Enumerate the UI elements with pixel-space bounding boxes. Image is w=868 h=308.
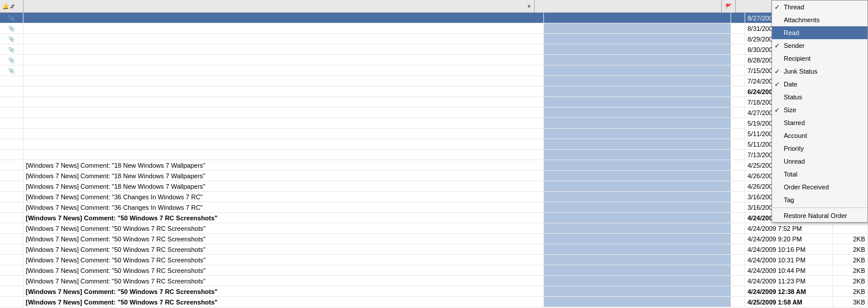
cell-subject bbox=[23, 118, 544, 128]
cell-flag bbox=[731, 286, 745, 296]
menu-item-tag[interactable]: Tag bbox=[772, 193, 867, 206]
menu-item-label: Attachments bbox=[784, 16, 819, 23]
cell-flag bbox=[731, 171, 745, 181]
table-row[interactable]: [Windows 7 News] Comment: "50 Windows 7 … bbox=[0, 265, 868, 276]
table-row[interactable]: 7/24/2009 10:29 AM bbox=[0, 76, 868, 86]
cell-sender bbox=[544, 265, 731, 275]
table-row[interactable]: 7/18/2009 6:48 PM bbox=[0, 97, 868, 108]
cell-flag bbox=[731, 276, 745, 286]
menu-item-label: Status bbox=[784, 94, 802, 101]
cell-icons bbox=[0, 202, 23, 212]
cell-subject bbox=[23, 150, 544, 160]
cell-icons bbox=[0, 129, 23, 139]
table-row[interactable]: [Windows 7 News] Comment: "36 Changes In… bbox=[0, 202, 868, 213]
menu-item-priority[interactable]: Priority bbox=[772, 142, 867, 155]
cell-size: 2KB bbox=[833, 265, 868, 275]
table-row[interactable]: [Windows 7 News] Comment: "50 Windows 7 … bbox=[0, 213, 868, 223]
menu-item-label: Total bbox=[784, 171, 797, 178]
menu-item-sender[interactable]: ✓ Sender bbox=[772, 39, 867, 52]
table-row[interactable]: 6/24/2009 1:48 AM bbox=[0, 86, 868, 97]
table-row[interactable]: 📎 8/28/2009 8:05 AM bbox=[0, 55, 868, 65]
cell-sender bbox=[544, 118, 731, 128]
table-row[interactable]: [Windows 7 News] Comment: "50 Windows 7 … bbox=[0, 223, 868, 234]
table-row[interactable]: [Windows 7 News] Comment: "50 Windows 7 … bbox=[0, 234, 868, 244]
cell-sender bbox=[544, 244, 731, 254]
table-row[interactable]: 📎 8/30/2009 8:05 AM bbox=[0, 44, 868, 55]
menu-item-starred[interactable]: Starred bbox=[772, 116, 867, 129]
cell-icons: 📎 bbox=[0, 13, 23, 23]
menu-item-recipient[interactable]: Recipient bbox=[772, 52, 867, 65]
cell-subject: [Windows 7 News] Comment: "50 Windows 7 … bbox=[23, 244, 544, 254]
cell-subject: [Windows 7 News] Comment: "18 New Window… bbox=[23, 181, 544, 191]
menu-item-account[interactable]: Account bbox=[772, 129, 867, 142]
cell-flag bbox=[731, 65, 745, 75]
table-row[interactable]: [Windows 7 News] Comment: "18 New Window… bbox=[0, 171, 868, 181]
col-flag-header[interactable]: 🚩 bbox=[722, 0, 736, 12]
cell-sender bbox=[544, 286, 731, 296]
cell-sender bbox=[544, 55, 731, 65]
table-row[interactable]: [Windows 7 News] Comment: "50 Windows 7 … bbox=[0, 276, 868, 286]
col-icons-header[interactable]: 🔔 🖇 bbox=[0, 0, 23, 12]
table-row[interactable]: [Windows 7 News] Comment: "36 Changes In… bbox=[0, 192, 868, 202]
menu-item-thread[interactable]: ✓ Thread bbox=[772, 1, 867, 13]
menu-item-read[interactable]: Read bbox=[772, 26, 867, 39]
menu-item-attachments[interactable]: Attachments bbox=[772, 13, 867, 26]
col-subject-header[interactable]: ▼ bbox=[23, 0, 535, 12]
menu-item-restore[interactable]: Restore Natural Order bbox=[772, 209, 867, 222]
menu-item-label: Recipient bbox=[784, 55, 811, 62]
table-row[interactable]: 📎 8/27/2009 8:09 AM bbox=[0, 13, 868, 23]
cell-icons bbox=[0, 118, 23, 128]
table-row[interactable]: 📎 8/29/2009 8:04 AM bbox=[0, 34, 868, 44]
cell-sender bbox=[544, 34, 731, 44]
attach-icon: 📎 bbox=[8, 15, 15, 21]
table-row[interactable]: 5/19/2009 1:14 AM bbox=[0, 118, 868, 129]
cell-sender bbox=[544, 181, 731, 191]
table-row[interactable]: [Windows 7 News] Comment: "50 Windows 7 … bbox=[0, 286, 868, 297]
table-row[interactable]: [Windows 7 News] Comment: "50 Windows 7 … bbox=[0, 297, 868, 307]
check-icon: ✓ bbox=[774, 42, 780, 50]
table-row[interactable]: [Windows 7 News] Comment: "18 New Window… bbox=[0, 160, 868, 171]
table-row[interactable]: [Windows 7 News] Comment: "50 Windows 7 … bbox=[0, 244, 868, 255]
menu-item-junk-status[interactable]: ✓ Junk Status bbox=[772, 65, 867, 78]
cell-sender bbox=[544, 276, 731, 286]
cell-subject bbox=[23, 23, 544, 33]
table-row[interactable]: [Windows 7 News] Comment: "50 Windows 7 … bbox=[0, 255, 868, 265]
cell-date: 4/25/2009 1:58 AM bbox=[745, 297, 833, 307]
cell-size: 2KB bbox=[833, 234, 868, 244]
table-row[interactable]: 4/27/2009 3:55 PM bbox=[0, 108, 868, 118]
cell-sender bbox=[544, 297, 731, 307]
cell-icons bbox=[0, 213, 23, 223]
menu-item-status[interactable]: Status bbox=[772, 91, 867, 103]
table-row[interactable]: 5/11/2009 12:39 AM bbox=[0, 139, 868, 150]
table-row[interactable]: 📎 8/31/2009 8:05 AM bbox=[0, 23, 868, 34]
cell-flag bbox=[731, 86, 745, 96]
table-row[interactable]: [Windows 7 News] Comment: "18 New Window… bbox=[0, 181, 868, 192]
table-row[interactable]: 5/11/2009 3:44 PM bbox=[0, 129, 868, 139]
cell-flag bbox=[731, 255, 745, 265]
cell-flag bbox=[731, 118, 745, 128]
menu-item-total[interactable]: Total bbox=[772, 168, 867, 181]
cell-icons bbox=[0, 192, 23, 202]
cell-flag bbox=[731, 223, 745, 233]
menu-item-unread[interactable]: Unread bbox=[772, 155, 867, 168]
cell-date: 4/24/2009 9:20 PM bbox=[745, 234, 833, 244]
cell-flag bbox=[731, 44, 745, 54]
menu-item-label: Restore Natural Order bbox=[784, 212, 847, 219]
col-sender-header[interactable] bbox=[535, 0, 722, 12]
cell-subject bbox=[23, 139, 544, 149]
cell-flag bbox=[731, 97, 745, 107]
table-row[interactable]: 7/13/2009 5:17 PM bbox=[0, 150, 868, 160]
cell-subject bbox=[23, 76, 544, 86]
cell-flag bbox=[731, 23, 745, 33]
cell-date: 4/24/2009 10:31 PM bbox=[745, 255, 833, 265]
menu-item-label: Sender bbox=[784, 42, 804, 49]
cell-subject: [Windows 7 News] Comment: "50 Windows 7 … bbox=[23, 213, 544, 223]
cell-subject bbox=[23, 55, 544, 65]
menu-item-order-received[interactable]: Order Received bbox=[772, 181, 867, 193]
menu-item-date[interactable]: ✓ Date bbox=[772, 78, 867, 91]
cell-icons bbox=[0, 244, 23, 254]
cell-flag bbox=[731, 129, 745, 139]
menu-item-label: Junk Status bbox=[784, 68, 817, 75]
menu-item-size[interactable]: ✓ Size bbox=[772, 103, 867, 116]
table-row[interactable]: 📎 7/15/2009 8:18 PM bbox=[0, 65, 868, 76]
